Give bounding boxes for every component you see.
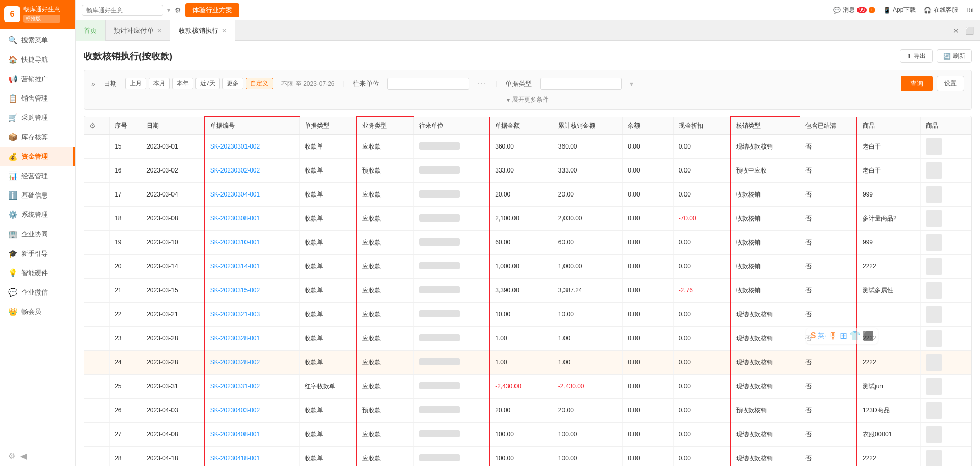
col-settings-header[interactable]: ⚙ (84, 117, 110, 135)
date-filter-custom-btn[interactable]: 自定义 (246, 78, 273, 89)
sidebar-item-search[interactable]: 🔍搜索菜单 (0, 31, 75, 50)
app-download-btn[interactable]: 📱 App下载 (883, 6, 916, 14)
voucher-type-select[interactable] (540, 78, 622, 90)
tab-close-receipt-writeoff[interactable]: ✕ (222, 27, 227, 34)
expand-more-label: 展开更多条件 (512, 95, 549, 104)
app-download-label: App下载 (893, 6, 916, 14)
date-filter-btn-更多[interactable]: 更多 (222, 78, 243, 89)
sidebar-item-label-finance: 资金管理 (21, 152, 48, 161)
tabbar-expand-btn[interactable]: ⬜ (963, 24, 976, 37)
sidebar-item-enterprise[interactable]: 🏢企业协同 (0, 225, 75, 244)
date-range-display: 不限 至 2023-07-26 (281, 80, 334, 88)
voucher-link[interactable]: SK-20230308-001 (210, 215, 260, 222)
counterpart-label: 往来单位 (353, 79, 379, 88)
tab-receipt-writeoff[interactable]: 收款核销执行✕ (170, 20, 235, 41)
col-settings-icon[interactable]: ⚙ (89, 121, 96, 130)
date-filter-btn-本年[interactable]: 本年 (172, 78, 193, 89)
sidebar-item-sales[interactable]: 📋销售管理 (0, 89, 75, 108)
tab-close-payable[interactable]: ✕ (157, 27, 162, 34)
filter-settings-button[interactable]: 设置 (937, 76, 964, 91)
voucher-link[interactable]: SK-20230321-003 (210, 311, 260, 318)
industry-solution-button[interactable]: 体验行业方案 (185, 3, 239, 17)
voucher-link[interactable]: SK-20230403-002 (210, 407, 260, 414)
tab-payable[interactable]: 预计冲应付单✕ (106, 20, 170, 41)
voucher-link[interactable]: SK-20230304-001 (210, 191, 260, 198)
sidebar-nav: 🔍搜索菜单🏠快捷导航📢营销推广📋销售管理🛒采购管理📦库存核算💰资金管理📊经营管理… (0, 29, 75, 446)
voucher-link[interactable]: SK-20230315-002 (210, 287, 260, 294)
table-row: 282023-04-18SK-20230418-001收款单应收款100.001… (84, 447, 971, 467)
basic-icon: ℹ️ (8, 191, 17, 200)
export-button[interactable]: ⬆ 导出 (900, 49, 933, 63)
page-title-row: 收款核销执行(按收款) ⬆ 导出 🔄 刷新 (84, 49, 972, 63)
page-title: 收款核销执行(按收款) (84, 50, 173, 62)
user-name[interactable]: Rit (966, 7, 974, 14)
sidebar-item-marketing[interactable]: 📢营销推广 (0, 69, 75, 89)
tabbar-close-btn[interactable]: ✕ (951, 24, 961, 37)
sidebar-item-finance[interactable]: 💰资金管理 (0, 147, 75, 166)
refresh-button[interactable]: 🔄 刷新 (937, 49, 972, 63)
topbar-gear-icon[interactable]: ⚙ (175, 6, 181, 14)
goods-thumbnail (926, 234, 942, 251)
date-filter-btn-近7天[interactable]: 近7天 (195, 78, 220, 89)
goods-thumbnail (926, 138, 942, 155)
col-counterpart-header: 往来单位 (413, 117, 489, 135)
inventory-icon: 📦 (8, 133, 17, 142)
tab-label-receipt-writeoff: 收款核销执行 (179, 26, 218, 35)
sidebar-item-label-operations: 经营管理 (21, 171, 48, 181)
voucher-link[interactable]: SK-20230418-001 (210, 455, 260, 462)
table-row: 222023-03-21SK-20230321-003收款单应收款10.0010… (84, 303, 971, 327)
tab-home[interactable]: 首页 (76, 20, 106, 41)
topbar: ▾ ⚙ 体验行业方案 💬 消息 99 + 📱 App下载 🎧 在线客服 Rit (76, 0, 980, 20)
table-row: 192023-03-10SK-20230310-001收款单应收款60.0060… (84, 231, 971, 255)
marketing-icon: 📢 (8, 75, 17, 84)
date-filter-btn-本月[interactable]: 本月 (149, 78, 170, 89)
settings-footer-icon[interactable]: ⚙ (8, 451, 15, 461)
counterpart-input[interactable] (387, 78, 469, 90)
sidebar-item-guide[interactable]: 🎓新手引导 (0, 244, 75, 263)
voucher-link[interactable]: SK-20230328-001 (210, 335, 260, 342)
date-filter-btn-上月[interactable]: 上月 (125, 78, 146, 89)
query-button[interactable]: 查询 (901, 76, 933, 91)
filter-expand-button[interactable]: » (91, 80, 95, 88)
sidebar-item-system[interactable]: ⚙️系统管理 (0, 205, 75, 225)
table-row: 182023-03-08SK-20230308-001收款单应收款2,100.0… (84, 207, 971, 231)
export-icon: ⬆ (906, 53, 912, 60)
filter-row: » 日期 上月本月本年近7天更多自定义 不限 至 2023-07-26 | 往来… (91, 76, 964, 91)
voucher-link[interactable]: SK-20230408-001 (210, 431, 260, 438)
voucher-link[interactable]: SK-20230301-002 (210, 143, 260, 150)
sidebar: 6 畅库通好生意 标推版 🔍搜索菜单🏠快捷导航📢营销推广📋销售管理🛒采购管理📦库… (0, 0, 76, 466)
tabbar: 首页预计冲应付单✕收款核销执行✕✕⬜ (76, 20, 980, 41)
voucher-link[interactable]: SK-20230331-002 (210, 383, 260, 390)
sidebar-logo: 6 畅库通好生意 标推版 (0, 0, 75, 29)
system-icon: ⚙️ (8, 210, 17, 219)
sidebar-item-operations[interactable]: 📊经营管理 (0, 166, 75, 186)
topbar-dropdown-arrow[interactable]: ▾ (167, 7, 170, 14)
sidebar-item-quick-nav[interactable]: 🏠快捷导航 (0, 50, 75, 69)
hardware-icon: 💡 (8, 268, 17, 278)
voucher-type-label: 单据类型 (505, 79, 532, 88)
sales-icon: 📋 (8, 94, 17, 103)
expand-more-icon: ▾ (507, 96, 510, 104)
voucher-link[interactable]: SK-20230310-001 (210, 239, 260, 246)
sidebar-item-label-marketing: 营销推广 (21, 75, 48, 84)
purchase-icon: 🛒 (8, 113, 17, 122)
expand-more-button[interactable]: ▾ 展开更多条件 (507, 95, 549, 104)
topbar-search-input[interactable] (82, 5, 163, 16)
collapse-footer-icon[interactable]: ◀ (20, 451, 27, 461)
sidebar-item-purchase[interactable]: 🛒采购管理 (0, 108, 75, 128)
sidebar-item-basic[interactable]: ℹ️基础信息 (0, 186, 75, 205)
sidebar-item-inventory[interactable]: 📦库存核算 (0, 128, 75, 147)
goods-thumbnail (926, 162, 942, 179)
sidebar-item-hardware[interactable]: 💡智能硬件 (0, 263, 75, 283)
col-voucher-no-header: 单据编号 (205, 117, 300, 135)
sidebar-item-wechat[interactable]: 💬企业微信 (0, 283, 75, 302)
message-btn[interactable]: 💬 消息 99 + (833, 6, 875, 14)
voucher-link[interactable]: SK-20230328-002 (210, 359, 260, 366)
sidebar-item-label-sales: 销售管理 (21, 94, 48, 103)
watermark-shirt-icon: 👕 (849, 330, 861, 341)
voucher-link[interactable]: SK-20230314-001 (210, 263, 260, 270)
voucher-link[interactable]: SK-20230302-002 (210, 167, 260, 174)
tab-label-home: 首页 (84, 26, 97, 35)
online-service-btn[interactable]: 🎧 在线客服 (924, 6, 958, 14)
sidebar-item-member[interactable]: 👑畅会员 (0, 302, 75, 322)
